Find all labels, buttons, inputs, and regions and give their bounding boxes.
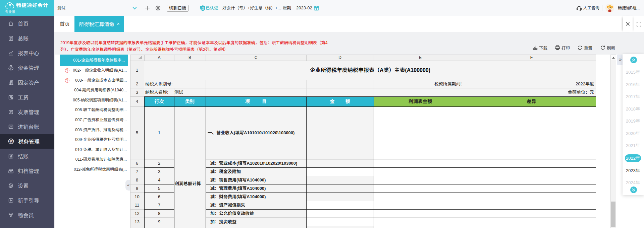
svg-text:税: 税	[9, 139, 13, 143]
svg-text:企: 企	[201, 6, 204, 10]
